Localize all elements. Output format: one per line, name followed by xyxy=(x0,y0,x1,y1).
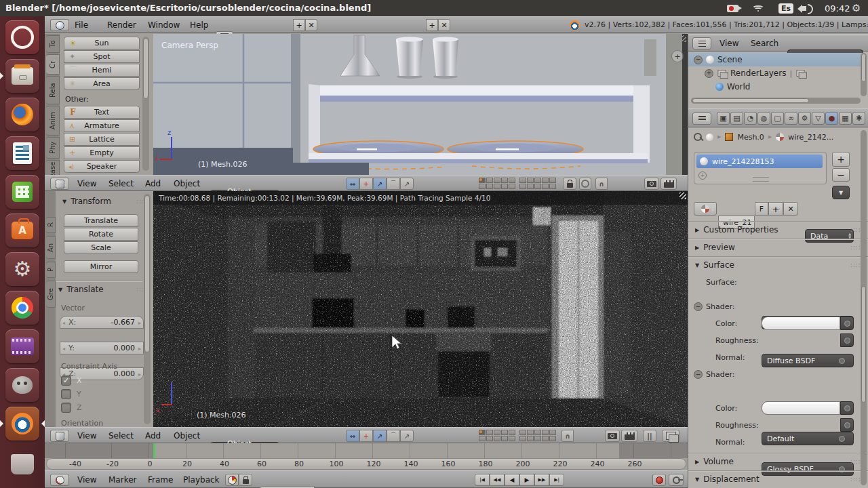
manipulator-scale-button[interactable]: ↗ xyxy=(400,430,414,442)
rough2-socket-button[interactable] xyxy=(840,418,854,432)
slot-remove-button[interactable]: − xyxy=(832,168,850,182)
editor-type-button[interactable] xyxy=(692,37,711,49)
editor-type-button[interactable] xyxy=(50,474,69,486)
panel-surface[interactable]: ▼ Surface ∷∷ xyxy=(695,260,861,270)
manipulator-translate-button[interactable]: + xyxy=(359,178,373,190)
manipulator-translate-button[interactable]: + xyxy=(359,430,373,442)
menu-select[interactable]: Select xyxy=(108,176,134,192)
outliner-row-world[interactable]: World xyxy=(688,80,865,94)
manipulator-active-button[interactable]: ↗ xyxy=(373,178,387,190)
tool-shelf-scrollbar[interactable] xyxy=(142,37,149,171)
breadcrumb-material[interactable]: wire_2142... xyxy=(788,133,833,142)
tab-scene[interactable]: ◔ xyxy=(744,112,757,125)
opengl-render-button[interactable] xyxy=(605,430,620,442)
render-pause-button[interactable]: || xyxy=(643,430,656,442)
menu-select[interactable]: Select xyxy=(108,428,134,444)
proportional-edit-button[interactable] xyxy=(579,178,591,190)
launcher-item-files[interactable] xyxy=(5,59,39,93)
collapse-icon[interactable]: − xyxy=(694,56,703,64)
preview-range-button[interactable] xyxy=(225,474,239,486)
tab-world[interactable]: ◍ xyxy=(757,112,770,125)
add-text-button[interactable]: FText xyxy=(64,106,140,119)
node-socket[interactable] xyxy=(839,436,845,442)
shelf-tab-relations[interactable]: Rela xyxy=(46,76,60,104)
pin-icon[interactable] xyxy=(694,133,702,141)
editor-type-button[interactable] xyxy=(50,430,69,442)
material-unlink-button[interactable]: ✕ xyxy=(783,202,798,216)
breadcrumb-object[interactable]: Mesh.0 xyxy=(737,133,764,142)
screen-layout-delete-button[interactable]: ✕ xyxy=(305,19,317,31)
lock-to-scene-button[interactable] xyxy=(563,178,576,190)
color1-swatch[interactable] xyxy=(762,317,840,330)
menu-frame[interactable]: Frame xyxy=(148,472,173,488)
area-resize-corner[interactable] xyxy=(679,35,686,42)
timeline-area[interactable]: -40 -20 0 20 40 60 80 100 120 140 160 18… xyxy=(45,443,688,470)
launcher-item-calc[interactable] xyxy=(5,175,39,209)
scale-button[interactable]: Scale xyxy=(64,241,138,254)
menu-view[interactable]: View xyxy=(719,35,738,52)
outliner-row-renderlayers[interactable]: + RenderLayers | xyxy=(688,66,865,80)
redo-panel-header[interactable]: ▼ Translate ∷∷ xyxy=(58,285,146,294)
screen-layout-add-button[interactable]: + xyxy=(293,19,305,31)
open-properties-region-button[interactable]: + xyxy=(671,50,684,62)
screen-record-icon[interactable] xyxy=(727,0,738,16)
timeline-ruler[interactable]: -40 -20 0 20 40 60 80 100 120 140 160 18… xyxy=(46,458,686,470)
outliner-vscrollbar[interactable] xyxy=(861,53,867,96)
panel-tab-physics[interactable]: P xyxy=(46,262,56,278)
shelf-tab-animation[interactable]: Anim xyxy=(46,106,60,136)
menu-window[interactable]: Window xyxy=(148,17,180,33)
remove-socket-icon[interactable]: − xyxy=(694,302,703,311)
opengl-render-anim-button[interactable] xyxy=(621,430,637,442)
menu-object[interactable]: Object xyxy=(174,176,200,192)
play-reverse-button[interactable]: ◀ xyxy=(505,474,519,486)
menu-view[interactable]: View xyxy=(77,428,96,444)
layers-widget-2[interactable] xyxy=(519,430,556,441)
slot-specials-button[interactable]: ▼ xyxy=(832,186,850,199)
launcher-item-blender[interactable] xyxy=(5,407,39,441)
constraint-x-checkbox[interactable]: ✓ xyxy=(61,375,71,386)
constraint-y-checkbox[interactable] xyxy=(61,389,71,399)
launcher-item-trash[interactable] xyxy=(5,447,39,481)
outliner-row-scene[interactable]: − Scene xyxy=(688,53,865,66)
panel-preview[interactable]: ▶ Preview ∷∷ xyxy=(695,243,861,252)
properties-vscrollbar[interactable] xyxy=(861,130,867,485)
jump-to-start-button[interactable]: |◀ xyxy=(475,474,490,486)
panel-tab-animation[interactable]: An xyxy=(46,236,56,259)
scene-add-button[interactable]: + xyxy=(426,19,438,31)
menu-object[interactable]: Object xyxy=(174,428,200,444)
launcher-item-gimp[interactable] xyxy=(5,368,39,402)
add-armature-button[interactable]: ⋏Armature xyxy=(64,119,140,132)
fake-user-button[interactable]: F xyxy=(755,202,768,216)
manipulator-toggle[interactable]: ⇔ xyxy=(346,178,359,190)
next-keyframe-button[interactable]: ▶▶ xyxy=(534,474,549,486)
auto-keyframe-button[interactable] xyxy=(652,474,666,486)
shelf-tab-physics[interactable]: Phy xyxy=(46,137,60,159)
menu-view[interactable]: View xyxy=(77,176,96,192)
material-browse-button[interactable] xyxy=(694,202,717,216)
clock[interactable]: 09:42 xyxy=(825,0,850,16)
shelf-tab-create[interactable]: Cr xyxy=(46,54,60,75)
launcher-item-settings[interactable]: ⚙ xyxy=(5,252,39,286)
menu-add[interactable]: Add xyxy=(145,428,161,444)
transform-panel-header[interactable]: ▼ Transform ∷∷ xyxy=(62,197,146,206)
launcher-item-software-center[interactable]: A xyxy=(5,214,39,247)
add-lattice-button[interactable]: ⊞Lattice xyxy=(64,133,140,146)
add-slot-icon[interactable]: + xyxy=(698,171,707,180)
editor-type-button[interactable] xyxy=(50,178,69,190)
node-socket[interactable] xyxy=(839,358,845,364)
add-hemi-button[interactable]: ⌒Hemi xyxy=(64,64,140,77)
prev-keyframe-button[interactable]: ◀◀ xyxy=(490,474,505,486)
color1-socket-button[interactable] xyxy=(840,317,854,330)
menu-search[interactable]: Search xyxy=(751,35,778,52)
menu-marker[interactable]: Marker xyxy=(108,472,136,488)
normal1-select[interactable]: Default xyxy=(762,432,854,445)
tab-texture[interactable]: ▦ xyxy=(839,112,852,125)
color2-swatch[interactable] xyxy=(762,401,840,415)
shader1-select[interactable]: Diffuse BSDF xyxy=(762,354,854,367)
constraint-z-checkbox[interactable] xyxy=(61,403,71,413)
volume-icon[interactable] xyxy=(802,0,806,16)
manipulator-scale-button[interactable]: ↗ xyxy=(400,178,414,190)
opengl-render-button[interactable] xyxy=(644,178,659,190)
panel-displacement[interactable]: ▼ Displacement ∷∷ xyxy=(695,474,861,484)
editor-type-button[interactable] xyxy=(50,19,69,31)
